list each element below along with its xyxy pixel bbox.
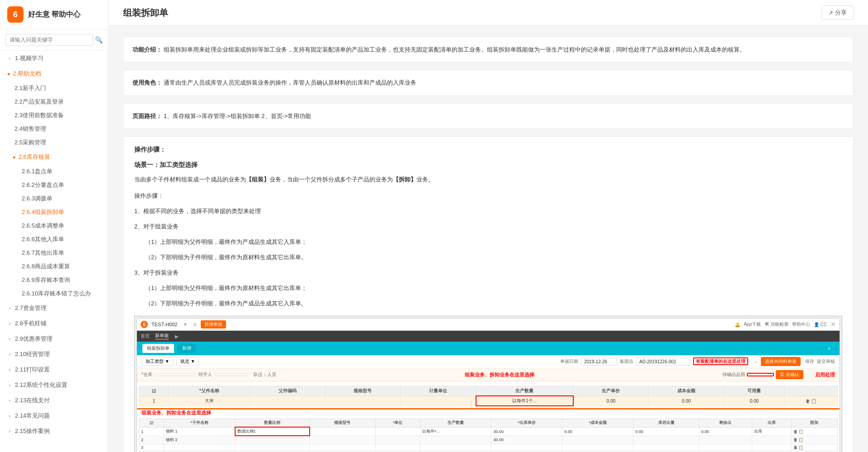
apply-field[interactable] (747, 373, 774, 376)
warehouse-field[interactable] (155, 373, 196, 376)
table-row: 2 物料 2 30.00 (139, 436, 838, 444)
sidebar-item-dispatch[interactable]: 2.6.3调拨单 (0, 192, 108, 205)
sidebar-item-stock-wrong[interactable]: 2.6.10库存账本错了怎么办 (0, 287, 108, 300)
btn-select-bom[interactable]: 选择共同料单量 (761, 357, 801, 366)
sidebar-item-label: 1.视频学习 (15, 54, 43, 62)
bill-no-field[interactable]: AD-20191226-001 (636, 358, 690, 366)
sidebar-item-count[interactable]: 2.6.1盘点单 (0, 165, 108, 178)
share-button[interactable]: ↗ 分享 (821, 5, 854, 20)
scene-title: 场景一：加工类型选择 (134, 161, 842, 169)
expand-icon: ＋ (7, 351, 12, 358)
annotation1-box: 有装配清单的在这里处理 (693, 357, 748, 365)
new-doc-btn[interactable]: 新增单据 (201, 320, 226, 328)
teal-tab-list[interactable]: 组装拆卸单 (142, 344, 174, 353)
annotation3-text: 启用处理 (815, 372, 835, 377)
sidebar-item-other-in[interactable]: 2.6.6其他入库单 (0, 233, 108, 246)
sidebar-item-mobile[interactable]: ＋ 2.8手机旺铺 (0, 316, 108, 331)
sidebar-item-assembly[interactable]: 2.6.4组装拆卸单 (0, 205, 108, 219)
sidebar-item-label: 2.10经营管理 (15, 350, 50, 358)
sidebar-item-label: 2.9优惠券管理 (15, 335, 52, 343)
sidebar-item-custom[interactable]: ＋ 2.12系统个性化设置 (0, 377, 108, 393)
sidebar-item-operations[interactable]: ＋ 2.10经营管理 (0, 347, 108, 362)
expand-icon: ＋ (7, 428, 12, 435)
fake-window: 6 TEST-H002 ▼ ⚙ 新增单据 🔔 App下载 🛠 功能检测 帮助中心… (137, 318, 840, 452)
intro-text: 组装拆卸单用来处理企业组装或拆卸等加工业务，支持有固定装配清单的产品加工业务，也… (164, 46, 745, 53)
logo-area: 6 好生意 帮助中心 (0, 0, 108, 29)
form-row: *仓库 经手人 队伍：人员 组装业务、拆卸业务在这里选择 待确品品用 (137, 368, 840, 381)
sidebar-item-label: 2.12系统个性化设置 (15, 381, 67, 389)
table-row: 1 物料 1 数据比例1 以每件+... 30.00 0.00 0.00 (139, 427, 838, 436)
sidebar-item-online-pay[interactable]: ＋ 2.13在线支付 (0, 393, 108, 408)
sidebar-item-stock-query[interactable]: 2.6.9库存账本查询 (0, 273, 108, 287)
teal-bar: 组装拆卸单 新增 × (137, 342, 840, 355)
search-button[interactable]: 🔍 (95, 36, 103, 43)
nav-menu: ＋ 1.视频学习 ● 2.帮助文档 2.1新手入门 2.2产品安装及登录 2.3… (0, 51, 108, 439)
sidebar-item-label: 2.15操作案例 (15, 427, 50, 435)
fake-nav-home[interactable]: 首页 (141, 333, 150, 339)
divider: 组装业务、拆卸业务在这里选择 (137, 408, 840, 409)
search-area: 🔍 (0, 29, 108, 51)
sidebar-item-newbie[interactable]: 2.1新手入门 (0, 81, 108, 95)
col-unit: 计量单位 (401, 386, 476, 396)
expand-icon: ＋ (7, 397, 12, 404)
confirm-btn[interactable]: 实 发确认 (776, 370, 803, 379)
col-qty: 生产数量 (476, 386, 573, 396)
app-name: 好生意 帮助中心 (28, 10, 80, 19)
btn-type-select[interactable]: 加工类型 ▼ (142, 357, 174, 366)
page-title: 组装拆卸单 (123, 7, 168, 19)
btn-status[interactable]: 状态 ▼ (176, 357, 199, 366)
step2-2: （2）下部明细为子件明细，最终作为原材料生成其它出库单。 (134, 252, 842, 263)
sidebar-item-cost-adjust[interactable]: 2.6.5成本调整单 (0, 219, 108, 233)
sidebar-item-purchase[interactable]: 2.5采购管理 (0, 136, 108, 149)
step1: 1、根据不同的业务，选择不同单据的类型来处理 (134, 205, 842, 217)
expand-icon: ＋ (7, 55, 12, 62)
role-block: 使用角色： 通常由生产人员或库管人员完成拆装业务的操作，库管人员确认原材料的出库… (123, 70, 854, 95)
intro-label: 功能介绍： (132, 46, 162, 53)
parent-table-section: ☑ *父件名称 父件编码 规格型号 计量单位 生产数量 生产单价 成本金额 可用… (137, 381, 840, 408)
sidebar-item-finance[interactable]: ＋ 2.7资金管理 (0, 300, 108, 316)
sidebar-item-other-out[interactable]: 2.6.7其他出库单 (0, 246, 108, 260)
col-spec: 规格型号 (325, 386, 401, 396)
step2-1: （1）上部明细为父件明细，最终作为产成品生成其它入库单； (134, 236, 842, 248)
fake-topbar: 6 TEST-H002 ▼ ⚙ 新增单据 🔔 App下载 🛠 功能检测 帮助中心… (137, 319, 840, 331)
sidebar-item-install[interactable]: 2.2产品安装及登录 (0, 95, 108, 109)
fake-nav-stock[interactable]: 新单据 (155, 333, 169, 340)
sidebar-item-video[interactable]: ＋ 1.视频学习 (0, 51, 108, 66)
main-content: 组装拆卸单 ↗ 分享 功能介绍： 组装拆卸单用来处理企业组装或拆卸等加工业务，支… (108, 0, 868, 452)
collapse-icon: ● (13, 154, 16, 160)
sidebar-item-inventory[interactable]: ● 2.6库存核算 (0, 149, 108, 165)
search-input[interactable] (5, 34, 93, 46)
sidebar-item-split-count[interactable]: 2.6.2分量盘点单 (0, 178, 108, 192)
teal-tab-new[interactable]: 新增 (178, 344, 196, 353)
path-text: 1、库存核算->库存管理->组装拆卸单 2、首页->常用功能 (164, 113, 311, 119)
handler-field[interactable] (215, 373, 246, 376)
steps-section: 操作步骤： 场景一：加工类型选择 当由多个子件材料组装成一个成品的业务为【组装】… (123, 136, 854, 452)
ops-title: 操作步骤： (134, 146, 842, 154)
sidebar-item-label: 2.8手机旺铺 (15, 319, 47, 328)
col-check: ☑ (139, 386, 169, 396)
sidebar-item-cost-recalc[interactable]: 2.6.8商品成本重算 (0, 260, 108, 273)
sidebar-item-cases[interactable]: ＋ 2.15操作案例 (0, 423, 108, 439)
sidebar-item-label: 2.7资金管理 (15, 304, 47, 312)
screenshot-container: 6 TEST-H002 ▼ ⚙ 新增单据 🔔 App下载 🛠 功能检测 帮助中心… (134, 316, 842, 452)
sidebar-item-print[interactable]: ＋ 2.11打印设置 (0, 362, 108, 377)
sidebar-item-coupon[interactable]: ＋ 2.9优惠券管理 (0, 331, 108, 347)
sidebar-item-label: 2.14常见问题 (15, 412, 50, 420)
sidebar-item-sales[interactable]: 2.4销售管理 (0, 122, 108, 136)
col-parent-name: *父件名称 (169, 386, 250, 396)
sidebar-item-docs[interactable]: ● 2.帮助文档 (0, 66, 108, 81)
share-label: 分享 (835, 9, 847, 17)
table-row: 1 大米 以每件1个... 0.00 0.00 0.00 🗑 📋 (139, 396, 838, 406)
app-icon: 🔔 (735, 322, 740, 327)
collapse-icon: ● (7, 71, 10, 76)
sidebar-item-label: 2.11打印设置 (15, 366, 50, 374)
sidebar-item-faq[interactable]: ＋ 2.14常见问题 (0, 408, 108, 423)
expand-icon: ＋ (7, 366, 12, 373)
ops-sub-title: 操作步骤： (134, 190, 842, 202)
intro-block: 功能介绍： 组装拆卸单用来处理企业组装或拆卸等加工业务，支持有固定装配清单的产品… (123, 37, 854, 62)
sidebar-item-data[interactable]: 2.3使用前数据准备 (0, 109, 108, 122)
table-row: 3🗑 📋 (139, 444, 838, 451)
fake-nav: 首页 新单据 ▶ (137, 331, 840, 342)
bill-date-field[interactable]: 2019-12-26 (581, 358, 617, 366)
share-icon: ↗ (828, 10, 833, 16)
